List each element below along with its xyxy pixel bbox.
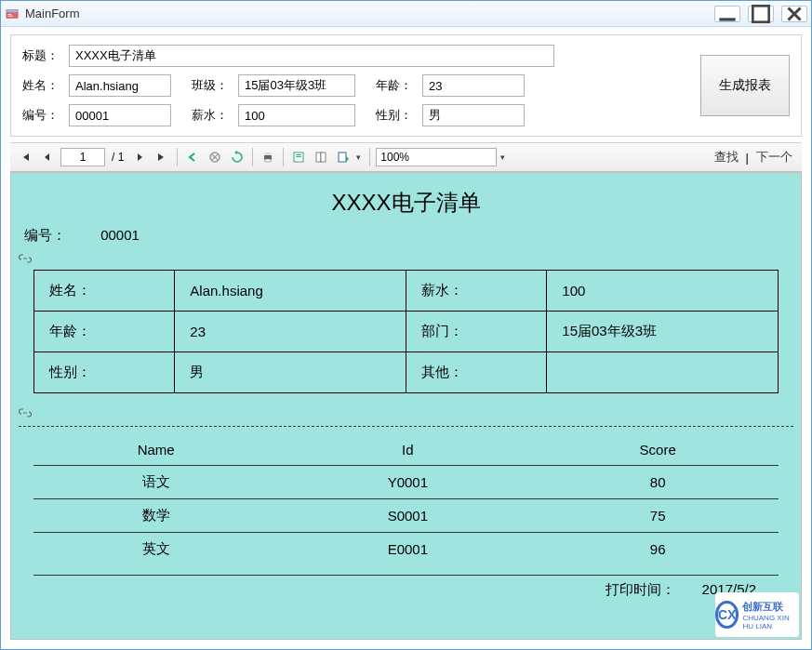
form-panel: 标题： 姓名： 班级： 年龄： 编号： 薪水： 性别：: [10, 34, 802, 137]
page-input[interactable]: [60, 148, 105, 166]
back-button[interactable]: [183, 148, 202, 166]
window-title: MainForm: [25, 7, 714, 20]
table-row: 姓名： Alan.hsiang 薪水： 100: [34, 271, 779, 312]
age-label: 年龄：: [376, 77, 415, 94]
info-age-value: 23: [175, 312, 406, 352]
svg-rect-9: [265, 159, 271, 162]
svg-rect-11: [296, 154, 301, 155]
gender-input[interactable]: [422, 104, 525, 126]
export-button[interactable]: [334, 148, 353, 166]
info-gender-label: 性别：: [34, 352, 175, 393]
chain-icon: [19, 252, 801, 268]
generate-report-button[interactable]: 生成报表: [700, 55, 790, 116]
stop-button[interactable]: [206, 148, 224, 166]
col-id: Id: [278, 434, 537, 466]
gender-label: 性别：: [376, 107, 415, 124]
salary-label: 薪水：: [192, 107, 231, 124]
cell-score: 96: [537, 533, 779, 566]
title-input[interactable]: [69, 45, 554, 67]
col-name: Name: [33, 434, 278, 466]
cell-name: 英文: [33, 533, 278, 566]
info-age-label: 年龄：: [34, 312, 175, 352]
toolbar-separator: [177, 148, 178, 166]
table-row: 性别： 男 其他：: [34, 352, 779, 393]
report-id-row: 编号： 00001: [11, 227, 801, 252]
chevron-down-icon[interactable]: ▾: [356, 153, 364, 162]
svg-rect-3: [8, 15, 13, 16]
svg-rect-13: [316, 153, 321, 162]
info-other-value: [547, 352, 779, 393]
name-input[interactable]: [69, 74, 171, 97]
main-window: MainForm 标题： 姓名： 班级： 年龄：: [0, 0, 812, 650]
cell-id: Y0001: [278, 466, 537, 499]
toolbar-separator: [369, 148, 370, 166]
watermark-sub: CHUANG XIN HU LIAN: [742, 614, 799, 630]
title-label: 标题：: [22, 47, 61, 64]
close-button[interactable]: [781, 6, 807, 22]
svg-rect-5: [752, 6, 768, 21]
toolbar-separator: [283, 148, 284, 166]
page-total: / 1: [109, 151, 126, 164]
table-row: 年龄： 23 部门： 15届03年级3班: [34, 312, 779, 352]
minimize-button[interactable]: [714, 6, 740, 22]
last-page-button[interactable]: [153, 148, 171, 166]
info-dept-label: 部门：: [406, 312, 546, 352]
info-name-value: Alan.hsiang: [175, 271, 406, 312]
next-page-button[interactable]: [130, 148, 149, 166]
print-time-row: 打印时间： 2017/5/2: [33, 575, 779, 608]
svg-rect-4: [719, 18, 735, 20]
print-button[interactable]: [259, 148, 277, 166]
report-id-label: 编号：: [24, 227, 89, 245]
info-salary-value: 100: [547, 271, 779, 312]
svg-rect-15: [339, 153, 346, 162]
cell-score: 80: [537, 466, 779, 499]
report-title: XXXX电子清单: [11, 173, 801, 227]
watermark-logo: CX 创新互联 CHUANG XIN HU LIAN: [715, 592, 799, 637]
report-toolbar: / 1 ▾ ▾ 查找 | 下一个: [10, 142, 802, 172]
zoom-input[interactable]: [376, 148, 497, 166]
svg-rect-8: [265, 153, 271, 155]
toolbar-separator-text: |: [746, 151, 749, 165]
info-other-label: 其他：: [406, 352, 546, 393]
cell-score: 75: [537, 499, 779, 533]
age-input[interactable]: [422, 74, 525, 97]
maximize-button[interactable]: [748, 6, 774, 22]
dashed-separator: [19, 426, 793, 427]
class-input[interactable]: [238, 74, 355, 97]
salary-input[interactable]: [238, 104, 355, 126]
prev-page-button[interactable]: [38, 148, 57, 166]
cell-name: 语文: [33, 466, 278, 499]
report-viewport[interactable]: XXXX电子清单 编号： 00001 姓名： Alan.hsiang 薪水： 1…: [10, 172, 802, 640]
table-row: 语文 Y0001 80: [33, 466, 779, 499]
cell-name: 数学: [33, 499, 278, 533]
app-icon: [5, 7, 20, 21]
watermark-brand: 创新互联: [742, 600, 799, 614]
table-row: 英文 E0001 96: [33, 533, 779, 566]
svg-rect-14: [321, 153, 326, 162]
score-table: Name Id Score 语文 Y0001 80 数学 S0001 75: [33, 434, 779, 565]
svg-rect-12: [296, 156, 301, 157]
cell-id: S0001: [278, 499, 537, 533]
table-header-row: Name Id Score: [33, 434, 779, 466]
class-label: 班级：: [192, 77, 231, 94]
refresh-button[interactable]: [228, 148, 246, 166]
info-name-label: 姓名：: [34, 271, 175, 312]
col-score: Score: [537, 434, 779, 466]
info-salary-label: 薪水：: [406, 271, 546, 312]
find-link[interactable]: 查找: [711, 149, 742, 166]
print-layout-button[interactable]: [289, 148, 308, 166]
form-row-1: 标题： 姓名： 班级： 年龄： 编号： 薪水： 性别：: [22, 45, 790, 126]
chevron-down-icon[interactable]: ▾: [500, 153, 508, 162]
report-page: XXXX电子清单 编号： 00001 姓名： Alan.hsiang 薪水： 1…: [11, 173, 801, 639]
titlebar: MainForm: [1, 1, 811, 27]
first-page-button[interactable]: [16, 148, 34, 166]
page-setup-button[interactable]: [312, 148, 330, 166]
info-gender-value: 男: [175, 352, 406, 393]
next-link[interactable]: 下一个: [752, 149, 796, 166]
id-input[interactable]: [69, 104, 171, 126]
info-dept-value: 15届03年级3班: [547, 312, 779, 352]
info-table: 姓名： Alan.hsiang 薪水： 100 年龄： 23 部门： 15届03…: [33, 270, 779, 393]
chain-icon: [19, 406, 801, 422]
cell-id: E0001: [278, 533, 537, 566]
print-time-label: 打印时间：: [606, 581, 675, 597]
